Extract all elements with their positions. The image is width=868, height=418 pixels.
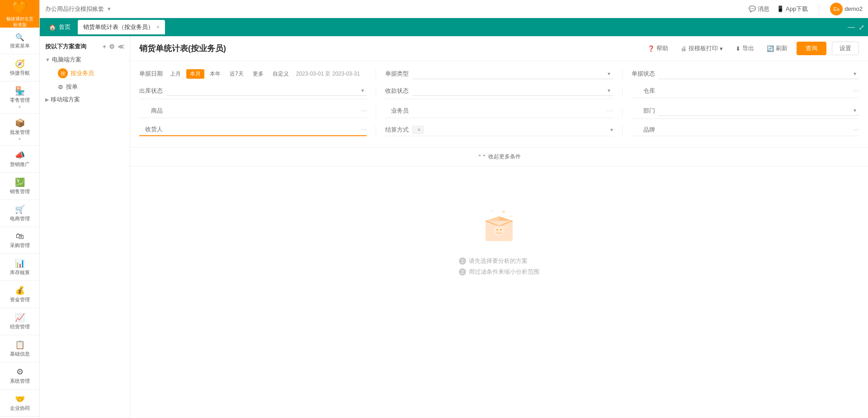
filter-receipt-status: 收款状态 ▾: [385, 86, 613, 99]
add-scheme-button[interactable]: +: [103, 43, 106, 50]
sidebar-item-marketing[interactable]: 📣 营销推广: [0, 146, 39, 173]
settlement-tag: ×: [412, 126, 424, 134]
app-logo[interactable]: 🧡 畅捷通好生意 标准版: [0, 0, 40, 28]
filter-doc-status: 单据状态 ▾: [632, 69, 859, 79]
user-avatar-button[interactable]: Ea demo2: [830, 3, 863, 15]
date-tab-custom[interactable]: 自定义: [269, 69, 292, 79]
tab-home[interactable]: 🏠 首页: [43, 20, 76, 34]
page: 按以下方案查询 + ⚙ ≪ ▼ 电脑端方案 按 按业务员 ⚙ 按单: [40, 36, 868, 418]
sidebar-item-basic[interactable]: 📋 基础信息: [0, 335, 39, 362]
page-title-bar: 销货单统计表(按业务员) ❓ 帮助 🖨 按模板打印 ▾ ⬇ 导出: [130, 36, 868, 61]
salesperson-dots[interactable]: ···: [607, 107, 613, 115]
warehouse-input-area[interactable]: ···: [659, 87, 859, 95]
header-left: 办公用品行业模拟账套 ▾: [45, 5, 111, 13]
date-tab-7days[interactable]: 近7天: [226, 69, 247, 79]
page-title: 销货单统计表(按业务员): [139, 43, 226, 54]
receipt-status-chevron: ▾: [608, 87, 610, 94]
filter-dept: 部门 ▾: [632, 105, 859, 119]
warehouse-dots[interactable]: ···: [853, 87, 859, 95]
sidebar-item-search[interactable]: 🔍 搜索菜单: [0, 28, 39, 54]
download-icon: 📱: [777, 5, 784, 12]
collapse-panel-button[interactable]: ≪: [118, 43, 124, 50]
receipt-status-label: 收款状态: [385, 87, 412, 95]
tab-close-icon[interactable]: ×: [156, 24, 160, 30]
sidebar-item-operations[interactable]: 📈 经营管理: [0, 308, 39, 335]
doc-type-select[interactable]: ▾: [412, 69, 613, 79]
left-panel: 按以下方案查询 + ⚙ ≪ ▼ 电脑端方案 按 按业务员 ⚙ 按单: [40, 36, 130, 418]
filter-date-row: 单据日期 上月 本月 本年 近7天 更多 自定义 2023-03-01 至 20…: [139, 69, 367, 79]
tabbar-actions: — ⤢: [848, 23, 864, 32]
tabbar: 🏠 首页 销货单统计表（按业务员） × — ⤢: [40, 18, 868, 36]
tree-item-desktop[interactable]: ▼ 电脑端方案: [40, 53, 130, 66]
sidebar-item-ecommerce[interactable]: 🛒 电商管理: [0, 200, 39, 227]
sidebar-item-purchase[interactable]: 🛍 采购管理: [0, 227, 39, 254]
help-icon: ❓: [647, 45, 655, 52]
consignee-label: 收货人: [139, 125, 166, 133]
sidebar-item-wholesale[interactable]: 📦 批发管理 ▲: [0, 114, 39, 146]
sidebar-item-retail[interactable]: 🏪 零售管理 ▲: [0, 81, 39, 114]
brand-dots[interactable]: ···: [853, 126, 859, 134]
basic-icon: 📋: [15, 340, 25, 350]
doc-status-chevron: ▾: [854, 71, 856, 77]
message-button[interactable]: 💬 消息: [749, 5, 769, 13]
refresh-icon: 🔄: [767, 45, 774, 52]
tab-sales-report[interactable]: 销货单统计表（按业务员） ×: [78, 20, 165, 34]
print-dropdown-icon[interactable]: ▾: [720, 45, 723, 52]
svg-point-4: [494, 225, 505, 236]
collapse-button[interactable]: ⌃⌃ 收起更多条件: [472, 151, 526, 162]
purchase-icon: 🛍: [16, 232, 24, 241]
salesperson-input-area[interactable]: ···: [412, 107, 613, 115]
out-status-select[interactable]: ▾: [166, 86, 367, 96]
date-tab-last-month[interactable]: 上月: [166, 69, 184, 79]
brand-input-area[interactable]: ···: [659, 126, 859, 134]
maximize-button[interactable]: ⤢: [859, 23, 864, 32]
settlement-chevron[interactable]: ▾: [610, 127, 613, 133]
sidebar-item-finance[interactable]: 💰 资金管理: [0, 281, 39, 308]
col-separator-1: [376, 68, 376, 79]
scheme-settings-button[interactable]: ⚙: [109, 43, 115, 50]
app-download-button[interactable]: 📱 App下载: [777, 5, 808, 13]
tree-sub-item-by-salesperson[interactable]: 按 按业务员: [47, 66, 130, 81]
consignee-input-area[interactable]: ···: [166, 125, 367, 133]
sidebar-item-system[interactable]: ⚙ 系统管理: [0, 362, 39, 390]
brand-label: 品牌: [632, 126, 659, 134]
date-tab-this-year[interactable]: 本年: [206, 69, 224, 79]
wholesale-icon: 📦: [15, 118, 25, 128]
help-button[interactable]: ❓ 帮助: [644, 43, 672, 54]
operations-icon: 📈: [15, 313, 25, 323]
goods-input-area[interactable]: ···: [166, 107, 367, 115]
date-tab-more[interactable]: 更多: [249, 69, 267, 79]
tree-item-mobile[interactable]: ▶ 移动端方案: [40, 93, 130, 106]
col-separator-8: [622, 125, 623, 136]
receipt-status-select[interactable]: ▾: [412, 86, 613, 96]
print-button[interactable]: 🖨 按模板打印 ▾: [677, 43, 726, 54]
goods-label: 商品: [139, 107, 166, 115]
filter-doc-type: 单据类型 ▾: [385, 69, 613, 79]
dept-select[interactable]: ▾: [659, 105, 859, 116]
export-button[interactable]: ⬇ 导出: [732, 43, 758, 54]
collapse-row: ⌃⌃ 收起更多条件: [130, 147, 868, 166]
filter-consignee: 收货人 ···: [139, 125, 367, 136]
sidebar-item-sales[interactable]: 💹 销售管理: [0, 173, 39, 200]
system-icon: ⚙: [16, 367, 24, 377]
settlement-tag-close[interactable]: ×: [417, 127, 420, 133]
tree-sub-item-by-order[interactable]: ⚙ 按单: [47, 81, 130, 93]
date-tab-this-month[interactable]: 本月: [186, 69, 204, 79]
sidebar-item-inventory[interactable]: 📊 库存核算: [0, 254, 39, 281]
breadcrumb-dropdown[interactable]: ▾: [108, 5, 111, 12]
right-content: 销货单统计表(按业务员) ❓ 帮助 🖨 按模板打印 ▾ ⬇ 导出: [130, 36, 868, 418]
logo-icon: 🧡: [12, 0, 28, 15]
minimize-button[interactable]: —: [848, 23, 855, 31]
doc-status-select[interactable]: ▾: [659, 69, 859, 79]
sidebar-item-quick-nav[interactable]: 🧭 快捷导航: [0, 54, 39, 81]
settings-button[interactable]: 设置: [832, 42, 859, 55]
goods-dots[interactable]: ···: [361, 107, 367, 115]
consignee-dots[interactable]: ···: [361, 125, 367, 133]
order-scheme-icon: ⚙: [58, 84, 63, 90]
refresh-button[interactable]: 🔄 刷新: [763, 43, 791, 54]
query-button[interactable]: 查询: [797, 42, 826, 55]
sidebar-item-enterprise[interactable]: 🤝 企业协同: [0, 390, 39, 417]
dept-label: 部门: [632, 107, 659, 115]
logo-text: 畅捷通好生意 标准版: [6, 16, 33, 28]
active-scheme-badge: 按: [58, 68, 68, 78]
